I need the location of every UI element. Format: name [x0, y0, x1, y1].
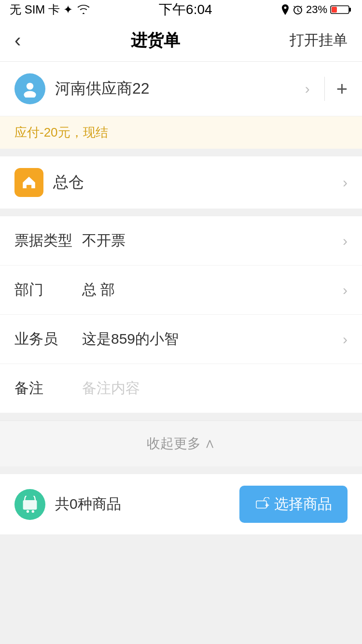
invoice-type-label: 票据类型: [14, 231, 82, 251]
empty-space: [0, 534, 362, 644]
add-supplier-button[interactable]: +: [336, 78, 348, 100]
battery-label: 23%: [306, 3, 327, 16]
product-icon-wrap: [14, 489, 45, 520]
back-button[interactable]: ‹: [14, 29, 21, 51]
svg-rect-2: [349, 8, 351, 12]
select-product-button[interactable]: 选择商品: [239, 486, 348, 523]
alarm-icon: [292, 4, 303, 15]
cart-icon: [21, 496, 39, 513]
salesperson-row[interactable]: 业务员 这是859的小智 ›: [0, 314, 362, 364]
location-icon: [281, 4, 290, 15]
invoice-type-chevron-icon: ›: [343, 233, 348, 249]
status-time: 下午6:04: [159, 0, 212, 19]
nav-bar: ‹ 进货单 打开挂单: [0, 19, 362, 62]
select-product-label: 选择商品: [274, 494, 332, 514]
status-left: 无 SIM 卡 ✦: [10, 2, 90, 17]
wifi-icon: [77, 5, 90, 14]
vertical-divider: [324, 77, 325, 101]
product-count: 共0种商品: [55, 494, 239, 514]
svg-rect-7: [23, 500, 37, 510]
main-content: 河南供应商22 › + 应付-20元，现结 总仓 › 票据类型 不开票 ›: [0, 62, 362, 644]
svg-rect-3: [332, 7, 337, 13]
warehouse-section: 总仓 ›: [0, 156, 362, 209]
department-value: 总 部: [82, 280, 343, 300]
status-bar: 无 SIM 卡 ✦ 下午6:04 23%: [0, 0, 362, 19]
salesperson-value: 这是859的小智: [82, 329, 343, 349]
svg-point-8: [27, 510, 29, 512]
remark-row[interactable]: 备注 备注内容: [0, 364, 362, 413]
collapse-bar[interactable]: 收起更多 ∧: [0, 420, 362, 466]
remark-label: 备注: [14, 378, 82, 398]
warehouse-chevron-icon: ›: [343, 174, 348, 191]
svg-point-9: [32, 510, 34, 512]
supplier-chevron-icon: ›: [305, 81, 310, 97]
page-title: 进货单: [131, 29, 180, 52]
warehouse-row[interactable]: 总仓 ›: [0, 156, 362, 209]
warehouse-icon: [14, 168, 43, 197]
department-chevron-icon: ›: [343, 282, 348, 298]
department-label: 部门: [14, 280, 82, 300]
status-right: 23%: [281, 3, 352, 16]
product-section: 共0种商品 选择商品: [0, 474, 362, 534]
sim-label: 无 SIM 卡 ✦: [10, 2, 73, 17]
salesperson-chevron-icon: ›: [343, 331, 348, 348]
svg-point-4: [27, 83, 33, 89]
supplier-name: 河南供应商22: [55, 78, 305, 99]
svg-rect-10: [256, 501, 266, 508]
user-icon: [21, 80, 39, 98]
remark-value[interactable]: 备注内容: [82, 378, 348, 398]
fields-section: 票据类型 不开票 › 部门 总 部 › 业务员 这是859的小智 › 备注 备注…: [0, 216, 362, 413]
supplier-avatar: [14, 73, 45, 104]
supplier-section: 河南供应商22 › + 应付-20元，现结: [0, 62, 362, 149]
home-icon: [21, 174, 37, 191]
supplier-row[interactable]: 河南供应商22 › +: [0, 62, 362, 116]
select-product-icon: [255, 497, 269, 512]
department-row[interactable]: 部门 总 部 ›: [0, 265, 362, 314]
salesperson-label: 业务员: [14, 329, 82, 349]
invoice-type-value: 不开票: [82, 231, 343, 251]
warehouse-name: 总仓: [53, 172, 343, 193]
svg-point-5: [24, 91, 36, 98]
collapse-label: 收起更多 ∧: [147, 436, 216, 451]
battery-icon: [330, 4, 352, 15]
svg-rect-6: [27, 185, 31, 188]
invoice-type-row[interactable]: 票据类型 不开票 ›: [0, 216, 362, 265]
open-pending-button[interactable]: 打开挂单: [290, 30, 348, 50]
notice-banner: 应付-20元，现结: [0, 116, 362, 149]
